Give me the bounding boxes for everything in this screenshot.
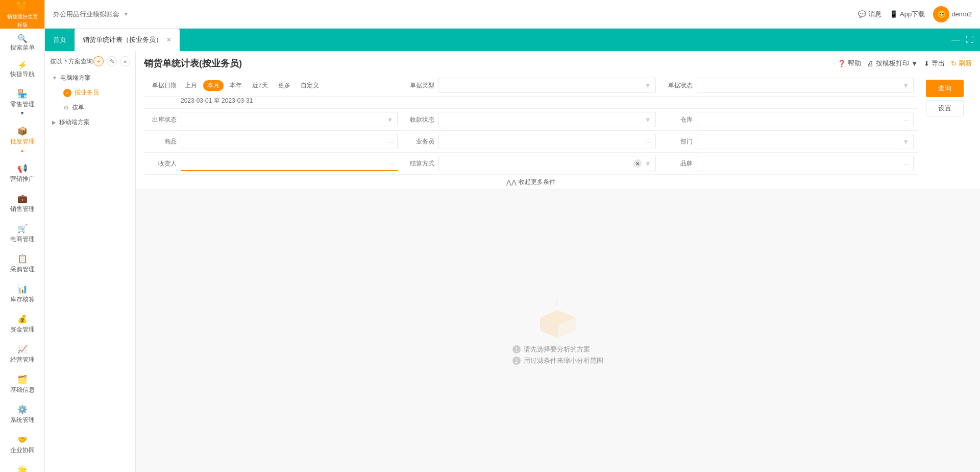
page-title: 销货单统计表(按业务员): [144, 57, 242, 69]
outbound-label: 出库状态: [148, 115, 177, 124]
collection-select[interactable]: ▼: [438, 112, 655, 127]
sidebar-item-system[interactable]: ⚙️ 系统管理: [0, 399, 44, 430]
expand-arrow-icon: ▼: [52, 75, 57, 81]
department-label: 部门: [664, 137, 693, 146]
date-custom[interactable]: 自定义: [297, 80, 323, 91]
app-download-button[interactable]: 📱 App下载: [890, 10, 925, 19]
tab-close-button[interactable]: ✕: [166, 36, 172, 43]
refresh-icon: ↻: [951, 60, 957, 67]
sidebar-item-stock[interactable]: 📊 库存核算: [0, 279, 44, 309]
tree-by-order[interactable]: ⚙ 按单: [45, 100, 135, 115]
sales-tab-label: 销货单统计表（按业务员）: [83, 35, 162, 44]
salesperson-input[interactable]: ···: [438, 134, 655, 149]
department-select[interactable]: ▼: [697, 134, 914, 149]
right-panel: 销货单统计表(按业务员) ❓ 帮助 🖨 按模板打印 ▼ ⬇: [136, 51, 980, 472]
query-button[interactable]: 查询: [926, 80, 964, 97]
doc-type-select[interactable]: ▼: [438, 78, 655, 93]
tab-home[interactable]: 首页: [45, 29, 75, 51]
sidebar-item-sales[interactable]: 💼 销售管理: [0, 188, 44, 219]
sidebar-item-guide[interactable]: 🌟 新手引导: [0, 460, 44, 472]
sidebar-item-finance[interactable]: 💰 资金管理: [0, 309, 44, 339]
sidebar-item-wholesale[interactable]: 📦 批发管理 ▲: [0, 121, 44, 158]
refresh-button[interactable]: ↻ 刷新: [951, 59, 972, 68]
sidebar-item-retail[interactable]: 🏪 零售管理 ▼: [0, 84, 44, 121]
date-this-month[interactable]: 本月: [203, 80, 224, 91]
filter-row-1: 单据日期 上月 本月 本年 近7天 更多 自定义: [144, 75, 918, 97]
marketing-icon: 📢: [17, 163, 28, 173]
sales-icon: 💼: [17, 194, 28, 203]
goods-input[interactable]: ···: [181, 134, 398, 149]
date-buttons: 上月 本月 本年 近7天 更多 自定义: [181, 80, 323, 91]
operations-icon: 📈: [17, 344, 28, 354]
left-panel-header: 按以下方案查询 + ✎ «: [45, 56, 135, 70]
collapse-panel-button[interactable]: «: [120, 56, 130, 66]
edit-scheme-button[interactable]: ✎: [107, 56, 117, 66]
salesperson-label: 业务员: [406, 137, 434, 146]
collapse-arrow-icon: ⋀⋀: [506, 179, 517, 186]
scheme-actions: + ✎ «: [93, 56, 130, 66]
sidebar-search[interactable]: 🔍 搜索菜单: [10, 29, 35, 57]
doc-status-label: 单据状态: [664, 81, 693, 90]
empty-tip-1: 1 请先选择要分析的方案: [512, 345, 603, 354]
tab-sales-stat[interactable]: 销货单统计表（按业务员） ✕: [75, 29, 180, 51]
filter-rows-container: 单据日期 上月 本月 本年 近7天 更多 自定义: [144, 75, 972, 190]
desktop-scheme-label: 电脑端方案: [60, 74, 91, 82]
breadcrumb-area: 办公用品行业模拟账套 ▼: [53, 10, 129, 19]
tab-minimize-button[interactable]: —: [949, 33, 962, 46]
warehouse-input[interactable]: ···: [697, 112, 914, 127]
settlement-arrow-icon: ▼: [645, 160, 651, 168]
brand-label: 品牌: [664, 159, 693, 168]
tree-desktop-scheme[interactable]: ▼ 电脑端方案: [45, 70, 135, 85]
sidebar-item-operations[interactable]: 📈 经营管理: [0, 339, 44, 369]
export-button[interactable]: ⬇ 导出: [924, 59, 945, 68]
tip-num-2: 2: [512, 357, 521, 365]
page-title-row: 销货单统计表(按业务员) ❓ 帮助 🖨 按模板打印 ▼ ⬇: [144, 57, 972, 69]
top-header: 办公用品行业模拟账套 ▼ 💬 消息 📱 App下载 😊 demo2: [45, 0, 980, 29]
filter-row-3: 商品 ··· 业务员 ···: [144, 131, 918, 153]
doc-status-select[interactable]: ▼: [697, 78, 914, 93]
doc-status-arrow-icon: ▼: [902, 82, 909, 89]
consignee-dots-icon: ···: [388, 159, 394, 167]
date-this-year[interactable]: 本年: [226, 80, 246, 91]
department-col: 部门 ▼: [660, 134, 918, 149]
sidebar-item-enterprise[interactable]: 🤝 企业协同: [0, 430, 44, 460]
settings-button[interactable]: 设置: [926, 100, 964, 116]
sidebar-shortcut[interactable]: ⚡ 快捷导航: [10, 57, 35, 82]
tree-mobile-scheme[interactable]: ▶ 移动端方案: [45, 115, 135, 130]
doc-type-arrow-icon: ▼: [645, 82, 651, 89]
goods-col: 商品 ···: [144, 134, 402, 149]
outbound-arrow-icon: ▼: [386, 116, 393, 124]
tab-maximize-button[interactable]: ⛶: [964, 33, 976, 46]
sidebar-item-purchase[interactable]: 📋 采购管理: [0, 249, 44, 279]
gear-icon: ⚙: [63, 104, 69, 111]
guide-icon: 🌟: [17, 465, 28, 472]
download-icon: 📱: [890, 10, 898, 18]
collection-label: 收款状态: [406, 115, 434, 124]
date-last-7[interactable]: 近7天: [248, 80, 272, 91]
settlement-select[interactable]: ✕ ▼: [438, 156, 655, 171]
sidebar-item-marketing[interactable]: 📢 营销推广: [0, 158, 44, 188]
outbound-select[interactable]: ▼: [181, 112, 398, 127]
brand-input[interactable]: ···: [697, 156, 914, 171]
message-button[interactable]: 💬 消息: [858, 10, 881, 19]
tab-bar-controls: — ⛶: [949, 33, 980, 46]
main-container: 办公用品行业模拟账套 ▼ 💬 消息 📱 App下载 😊 demo2 首页: [45, 0, 980, 472]
goods-dots-icon: ···: [387, 138, 393, 146]
date-last-month[interactable]: 上月: [181, 80, 201, 91]
date-more[interactable]: 更多: [274, 80, 295, 91]
consignee-input[interactable]: ···: [181, 156, 398, 171]
collapse-button[interactable]: ⋀⋀ 收起更多条件: [506, 178, 555, 186]
user-profile[interactable]: 😊 demo2: [933, 6, 972, 22]
sidebar: 🧡 畅捷通好生意 标版 🔍 搜索菜单 ⚡ 快捷导航 🏪 零售管理 ▼ 📦 批发管…: [0, 0, 45, 472]
add-scheme-button[interactable]: +: [93, 56, 104, 66]
sidebar-item-ecommerce[interactable]: 🛒 电商管理: [0, 219, 44, 249]
help-button[interactable]: ❓ 帮助: [838, 59, 861, 68]
tip-1-text: 请先选择要分析的方案: [524, 345, 590, 354]
logo-icon: 🧡: [16, 0, 29, 12]
sidebar-item-basic[interactable]: 🗂️ 基础信息: [0, 369, 44, 399]
breadcrumb-arrow[interactable]: ▼: [124, 11, 129, 17]
settlement-clear-icon[interactable]: ✕: [633, 159, 642, 168]
print-button[interactable]: 🖨 按模板打印 ▼: [867, 59, 918, 68]
doc-status-col: 单据状态 ▼: [660, 78, 918, 93]
tree-by-salesperson[interactable]: ✓ 按业务员: [45, 85, 135, 100]
